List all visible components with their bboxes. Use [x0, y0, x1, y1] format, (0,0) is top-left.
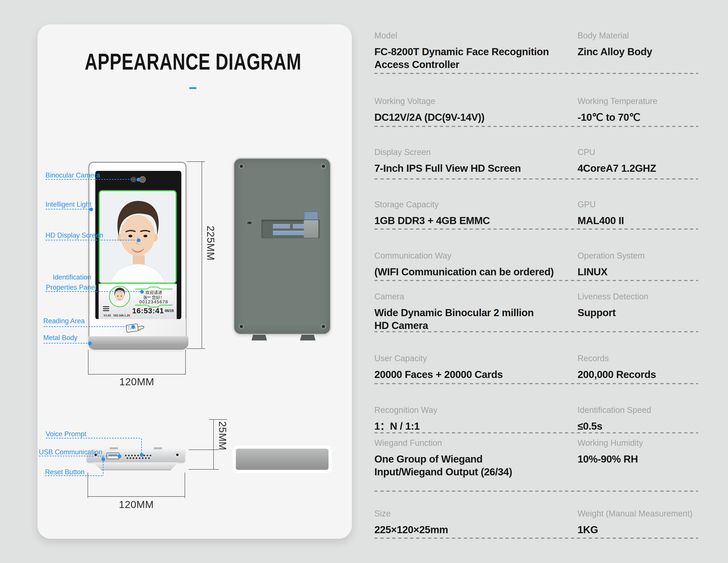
- spec-label: Body Material: [578, 31, 652, 40]
- spec-cell: GPU MAL400 II: [578, 200, 624, 227]
- spec-cell: Working Voltage DC12V/2A (DC(9V-14V)): [374, 96, 484, 124]
- spec-cell: Display Screen 7-Inch IPS Full View HD S…: [374, 147, 521, 175]
- spec-value: 20000 Faces + 20000 Cards: [374, 368, 503, 381]
- callout-intelligent-light: Intelligent Light: [45, 200, 92, 208]
- wiring-recess: [261, 220, 320, 238]
- leader-line: [46, 209, 89, 209]
- spec-cell: Operation System LINUX: [578, 251, 645, 278]
- spec-cell: Working Temperature -10℃ to 70℃: [578, 96, 657, 124]
- firmware-version: V1.02: [103, 314, 111, 317]
- spec-value: LINUX: [578, 265, 645, 278]
- dim-extension: [185, 473, 185, 498]
- callout-reading-area: Reading Area: [43, 317, 85, 325]
- screw-icon: [239, 164, 244, 169]
- spec-separator: [374, 126, 698, 127]
- leader-line: [43, 343, 88, 344]
- dim-tick: [187, 161, 205, 162]
- spec-value: 1：N / 1:1: [374, 420, 437, 433]
- spec-cell: Body Material Zinc Alloy Body: [578, 31, 652, 58]
- spec-label: Working Humidity: [578, 438, 643, 448]
- clock-date: 06/19: [165, 309, 174, 313]
- spec-value: 1GB DDR3 + 4GB EMMC: [374, 214, 490, 227]
- callout-reset-button: Reset Button: [45, 468, 84, 476]
- spec-cell: Weight (Manual Measurement) 1KG: [578, 509, 692, 536]
- spec-label: Wiegand Function: [374, 438, 512, 448]
- dim-label-25mm: 25MM: [217, 421, 229, 450]
- device-side-view: [233, 446, 332, 473]
- spec-value: 200,000 Records: [578, 368, 656, 381]
- spec-cell: Communication Way (WIFI Communication ca…: [374, 251, 554, 278]
- spec-separator: [374, 538, 698, 539]
- spec-cell: Model FC-8200T Dynamic Face Recognition …: [374, 31, 549, 71]
- spec-label: Recognition Way: [374, 405, 437, 415]
- leader-dot: [89, 207, 93, 211]
- spec-cell: Wiegand Function One Group of Wiegand In…: [374, 438, 512, 478]
- spec-label: Operation System: [578, 251, 645, 260]
- avatar: [109, 286, 130, 307]
- leader-line: [46, 291, 140, 292]
- callout-voice-prompt: Voice Prompt: [46, 430, 86, 438]
- spec-separator: [374, 383, 698, 384]
- leader-line: [46, 240, 136, 240]
- spec-value: 10%-90% RH: [578, 453, 643, 465]
- callout-hd-display-screen: HD Display Screen: [45, 231, 103, 239]
- spec-label: User Capacity: [374, 354, 503, 363]
- spec-value: DC12V/2A (DC(9V-14V)): [374, 111, 484, 124]
- spec-label: Size: [374, 509, 448, 518]
- spec-separator: [374, 73, 698, 74]
- spec-separator: [374, 178, 698, 179]
- device-back-view: [233, 158, 331, 335]
- leader-dot: [137, 238, 141, 242]
- title-accent-dash: [189, 87, 196, 89]
- dim-line-120mm: [88, 374, 186, 375]
- spec-label: Model: [374, 31, 549, 40]
- spec-value: FC-8200T Dynamic Face Recognition Access…: [374, 45, 549, 71]
- ip-address: 192.168.1.25: [113, 314, 130, 317]
- connector-block: [273, 224, 290, 228]
- dim-tick: [209, 419, 227, 420]
- spec-cell: Records 200,000 Records: [578, 354, 656, 381]
- spec-value: 225×120×25mm: [374, 523, 448, 536]
- card-reading-area: CARD: [90, 319, 186, 336]
- callout-properties-panel: Properties Panel: [46, 284, 96, 292]
- leader-dot: [137, 178, 140, 181]
- spec-separator: [374, 491, 698, 492]
- spec-label: Working Voltage: [374, 96, 484, 106]
- spec-label: Camera: [374, 292, 534, 302]
- spec-cell: Size 225×120×25mm: [374, 509, 448, 536]
- spec-cell: Liveness Detection Support: [578, 292, 648, 319]
- screw-icon: [321, 324, 326, 329]
- clock-time: 16:53:41: [132, 307, 164, 315]
- leader-line: [45, 475, 103, 476]
- page-title: APPEARANCE DIAGRAM: [51, 46, 335, 78]
- spec-label: Records: [578, 354, 656, 363]
- spec-value: Zinc Alloy Body: [578, 45, 652, 58]
- dim-tick: [189, 450, 219, 450]
- mounting-tab: [251, 335, 267, 341]
- spec-label: GPU: [578, 200, 624, 209]
- spec-label: Weight (Manual Measurement): [578, 509, 692, 518]
- spec-label: Identification Speed: [578, 405, 651, 415]
- dim-extension: [88, 473, 88, 498]
- leader-line: [103, 461, 103, 476]
- dim-line-120mm: [88, 496, 185, 497]
- screw-icon: [239, 324, 244, 329]
- dim-label-120mm-bottom: 120MM: [114, 499, 158, 510]
- spec-value: 7-Inch IPS Full View HD Screen: [374, 162, 521, 175]
- leader-dot: [140, 290, 144, 294]
- portrait-illustration: [100, 191, 176, 283]
- leader-line: [43, 326, 131, 327]
- connector-plate: [304, 220, 318, 238]
- spec-cell: Working Humidity 10%-90% RH: [578, 438, 643, 465]
- menu-icon: [103, 306, 109, 312]
- spec-separator: [374, 331, 698, 332]
- spec-separator: [374, 228, 698, 229]
- metal-body-section: [88, 336, 188, 350]
- callout-identification: Identification: [53, 273, 91, 281]
- spec-value: 1KG: [578, 523, 692, 536]
- dim-line-25mm: [213, 420, 214, 469]
- spec-label: Storage Capacity: [374, 200, 490, 209]
- dim-tick: [187, 349, 205, 349]
- card-swipe-icon: CARD: [125, 322, 146, 334]
- callout-binocular-camera: Binocular Camera: [45, 171, 100, 179]
